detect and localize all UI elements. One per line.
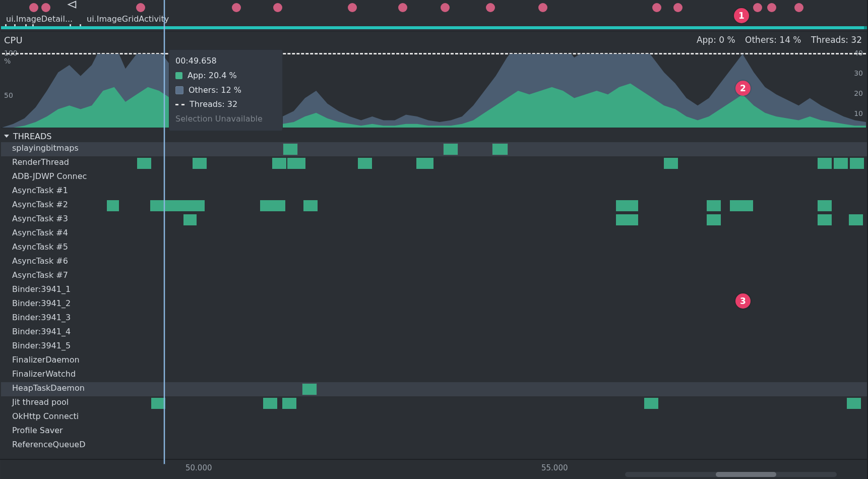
cpu-track-bar[interactable] — [1, 26, 867, 29]
activity-block[interactable] — [302, 384, 317, 395]
thread-row[interactable]: ReferenceQueueD — [1, 439, 867, 453]
thread-track[interactable] — [99, 227, 867, 241]
thread-row[interactable]: RenderThread — [1, 156, 867, 170]
thread-track[interactable] — [99, 241, 867, 255]
activity-block[interactable] — [818, 214, 832, 225]
callout-badge-1: 1 — [734, 8, 749, 23]
thread-row[interactable]: AsyncTask #5 — [1, 241, 867, 255]
event-dot-icon[interactable] — [41, 3, 50, 12]
horizontal-scrollbar[interactable] — [625, 472, 837, 477]
thread-track[interactable] — [99, 297, 867, 312]
thread-row[interactable]: AsyncTask #3 — [1, 213, 867, 227]
activity-block[interactable] — [193, 158, 207, 169]
threads-header[interactable]: THREADS — [1, 130, 867, 142]
cpu-chart[interactable]: CPU App: 0 % Others: 14 % Threads: 32 10… — [1, 31, 867, 128]
thread-row[interactable]: AsyncTask #6 — [1, 255, 867, 269]
tooltip-others: Others: 12 % — [189, 83, 241, 98]
event-dot-icon[interactable] — [348, 3, 357, 12]
thread-track[interactable] — [99, 170, 867, 185]
event-dot-icon[interactable] — [398, 3, 407, 12]
thread-row[interactable]: FinalizerDaemon — [1, 354, 867, 368]
thread-track[interactable] — [99, 326, 867, 340]
thread-track[interactable] — [99, 255, 867, 269]
activity-block[interactable] — [644, 398, 658, 409]
thread-row[interactable]: Binder:3941_5 — [1, 340, 867, 354]
event-dot-icon[interactable] — [652, 3, 661, 12]
event-dot-icon[interactable] — [767, 3, 776, 12]
activity-block[interactable] — [150, 200, 205, 211]
thread-row[interactable]: AsyncTask #2 — [1, 199, 867, 213]
thread-track[interactable] — [99, 213, 867, 227]
activity-block[interactable] — [818, 158, 832, 169]
activity-block[interactable] — [444, 144, 458, 155]
thread-row[interactable]: Jit thread pool — [1, 396, 867, 410]
activity-block[interactable] — [260, 200, 285, 211]
thread-track[interactable] — [99, 354, 867, 368]
thread-row[interactable]: Binder:3941_3 — [1, 312, 867, 326]
activity-block[interactable] — [263, 398, 277, 409]
thread-row[interactable]: ADB-JDWP Connec — [1, 170, 867, 185]
thread-track[interactable] — [99, 185, 867, 199]
event-dot-icon[interactable] — [29, 3, 38, 12]
thread-row[interactable]: AsyncTask #1 — [1, 185, 867, 199]
divider — [0, 459, 868, 460]
activity-block[interactable] — [416, 158, 433, 169]
activity-block[interactable] — [303, 200, 318, 211]
activity-block[interactable] — [707, 200, 721, 211]
activity-block[interactable] — [272, 158, 286, 169]
event-dot-icon[interactable] — [794, 3, 803, 12]
event-dot-icon[interactable] — [441, 3, 450, 12]
thread-track[interactable] — [99, 312, 867, 326]
thread-track[interactable] — [99, 283, 867, 297]
thread-track[interactable] — [99, 340, 867, 354]
threads-pane[interactable]: THREADS splayingbitmapsRenderThreadADB-J… — [1, 130, 867, 459]
thread-track[interactable] — [99, 425, 867, 439]
thread-row[interactable]: FinalizerWatchd — [1, 368, 867, 382]
activity-block[interactable] — [664, 158, 678, 169]
event-dot-icon[interactable] — [136, 3, 145, 12]
event-dot-icon[interactable] — [538, 3, 547, 12]
thread-track[interactable] — [99, 439, 867, 453]
thread-row[interactable]: AsyncTask #7 — [1, 269, 867, 283]
activity-block[interactable] — [847, 398, 861, 409]
thread-track[interactable] — [99, 410, 867, 425]
event-dot-icon[interactable] — [673, 3, 683, 12]
activity-block[interactable] — [818, 200, 832, 211]
thread-row[interactable]: OkHttp Connecti — [1, 410, 867, 425]
thread-track[interactable] — [99, 396, 867, 410]
activity-block[interactable] — [282, 398, 296, 409]
activity-block[interactable] — [850, 158, 864, 169]
event-dot-icon[interactable] — [232, 3, 241, 12]
activity-block[interactable] — [616, 214, 638, 225]
event-dot-icon[interactable] — [486, 3, 495, 12]
activity-block[interactable] — [492, 144, 508, 155]
thread-name: AsyncTask #6 — [12, 256, 68, 266]
activity-block[interactable] — [107, 200, 119, 211]
activity-block[interactable] — [283, 144, 297, 155]
thread-track[interactable] — [99, 269, 867, 283]
time-axis[interactable]: 50.000 55.000 — [1, 459, 867, 479]
thread-row[interactable]: AsyncTask #4 — [1, 227, 867, 241]
thread-row[interactable]: Binder:3941_4 — [1, 326, 867, 340]
activity-block[interactable] — [287, 158, 305, 169]
event-dot-icon[interactable] — [273, 3, 282, 12]
thread-row[interactable]: Profile Saver — [1, 425, 867, 439]
event-dot-icon[interactable] — [753, 3, 762, 12]
activity-block[interactable] — [730, 200, 753, 211]
thread-track[interactable] — [99, 368, 867, 382]
activity-block[interactable] — [151, 398, 165, 409]
activity-block[interactable] — [183, 214, 197, 225]
activity-block[interactable] — [358, 158, 372, 169]
thread-row[interactable]: HeapTaskDaemon — [1, 382, 867, 396]
thread-track[interactable] — [99, 156, 867, 170]
activity-block[interactable] — [834, 158, 848, 169]
activity-block[interactable] — [137, 158, 151, 169]
thread-track[interactable] — [99, 382, 867, 396]
activity-block[interactable] — [707, 214, 721, 225]
thread-row[interactable]: splayingbitmaps — [1, 142, 867, 156]
time-cursor[interactable] — [164, 0, 165, 464]
activity-block[interactable] — [849, 214, 863, 225]
activity-block[interactable] — [616, 200, 638, 211]
thread-track[interactable] — [99, 142, 867, 156]
thread-track[interactable] — [99, 199, 867, 213]
